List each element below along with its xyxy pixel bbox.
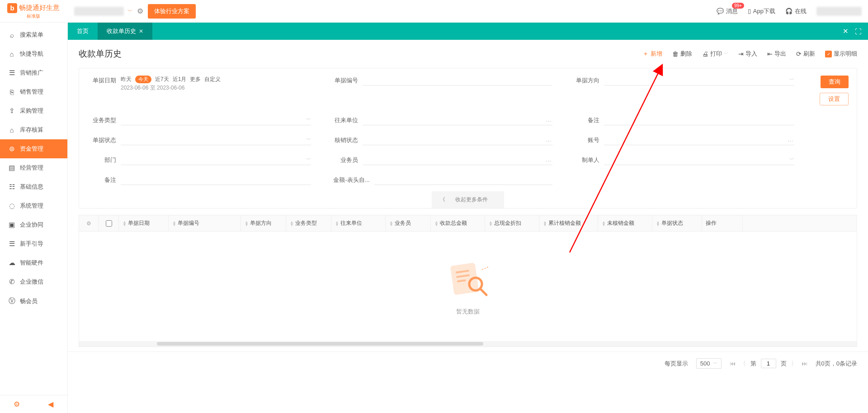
filter-creator-select[interactable]: ﹀ xyxy=(604,155,794,165)
sidebar-item-8[interactable]: ☷基础信息 xyxy=(0,177,67,196)
filter-biztype-label: 业务类型 xyxy=(87,115,116,124)
column-header[interactable]: ▲▼单据方向 xyxy=(241,215,286,231)
brand-name: 畅捷通好生意 xyxy=(19,4,60,12)
delete-button[interactable]: 🗑删除 xyxy=(672,50,692,58)
sidebar-item-icon: ⌕ xyxy=(8,31,15,39)
tab-receipt-history[interactable]: 收款单历史 ✕ xyxy=(98,23,152,40)
filter-remark2-label: 备注 xyxy=(87,175,116,184)
tab-close-all-icon[interactable]: ✕ xyxy=(843,27,849,35)
sidebar-settings-button[interactable]: ⚙ xyxy=(0,395,34,413)
sidebar-item-label: 系统管理 xyxy=(20,202,43,210)
page-title: 收款单历史 xyxy=(79,48,122,60)
horizontal-scrollbar[interactable] xyxy=(79,341,857,347)
trash-icon: 🗑 xyxy=(672,50,679,57)
filter-amount-input[interactable] xyxy=(374,175,553,185)
import-button[interactable]: ⇥导入 xyxy=(738,50,757,58)
sidebar-item-2[interactable]: ☰营销推广 xyxy=(0,63,67,82)
date-opt-custom[interactable]: 自定义 xyxy=(204,76,221,83)
per-page-select[interactable]: 500﹀ xyxy=(696,358,722,369)
page-prev-button[interactable]: 〈 xyxy=(740,360,746,368)
chevron-down-icon: ﹀ xyxy=(306,116,311,123)
sidebar-item-1[interactable]: ⌂快捷导航 xyxy=(0,44,67,63)
filter-partner-picker[interactable]: … xyxy=(363,115,553,125)
fullscreen-icon[interactable]: ⛶ xyxy=(855,28,862,35)
filter-writeoff-picker[interactable]: … xyxy=(363,135,553,145)
try-industry-button[interactable]: 体验行业方案 xyxy=(148,4,196,19)
refresh-button[interactable]: ⟳刷新 xyxy=(796,50,815,58)
page-next-button[interactable]: 〉 xyxy=(791,360,797,368)
date-opt-1m[interactable]: 近1月 xyxy=(173,76,187,83)
sidebar-item-10[interactable]: ▣企业协同 xyxy=(0,215,67,234)
sidebar-item-7[interactable]: ▤经营管理 xyxy=(0,158,67,177)
column-header[interactable]: ▲▼累计核销金额 xyxy=(539,215,598,231)
filter-account-picker[interactable]: … xyxy=(604,135,794,145)
show-detail-toggle[interactable]: ✓显示明细 xyxy=(825,50,857,58)
filter-direction-select[interactable]: ﹀ xyxy=(604,76,794,85)
column-header[interactable]: ▲▼单据状态 xyxy=(652,215,702,231)
column-header[interactable]: ▲▼未核销金额 xyxy=(598,215,652,231)
filter-docno-label: 单据编号 xyxy=(329,76,358,85)
sidebar-item-11[interactable]: ☰新手引导 xyxy=(0,234,67,253)
column-header[interactable]: ▲▼往来单位 xyxy=(331,215,386,231)
sidebar-item-9[interactable]: ◌系统管理 xyxy=(0,196,67,215)
svg-line-5 xyxy=(480,289,486,295)
filter-remark2-input[interactable] xyxy=(121,175,311,185)
select-all-checkbox[interactable] xyxy=(99,215,119,231)
filter-direction-label: 单据方向 xyxy=(571,76,599,85)
filter-partner-label: 往来单位 xyxy=(329,115,358,124)
messages-link[interactable]: 💬 消息 99+ xyxy=(717,7,738,15)
sidebar-item-5[interactable]: ⌂库存核算 xyxy=(0,120,67,139)
close-icon[interactable]: ✕ xyxy=(139,28,143,34)
date-opt-yesterday[interactable]: 昨天 xyxy=(121,76,132,83)
sidebar-item-3[interactable]: ⎘销售管理 xyxy=(0,82,67,101)
app-download-label: App下载 xyxy=(753,7,775,15)
settings-button[interactable]: 设置 xyxy=(820,93,849,105)
filter-remark-input[interactable] xyxy=(604,115,794,125)
sidebar-item-12[interactable]: ☁智能硬件 xyxy=(0,253,67,272)
column-header[interactable]: ▲▼单据日期 xyxy=(119,215,169,231)
app-download-link[interactable]: ▯ App下载 xyxy=(748,7,775,15)
query-button[interactable]: 查询 xyxy=(821,76,849,88)
column-header[interactable]: ▲▼业务类型 xyxy=(286,215,331,231)
print-button[interactable]: 🖨打印﹀ xyxy=(702,50,728,58)
export-button[interactable]: ⇤导出 xyxy=(767,50,786,58)
sidebar-item-label: 库存核算 xyxy=(20,126,43,134)
tab-home[interactable]: 首页 xyxy=(68,23,98,40)
sidebar-item-14[interactable]: Ⓥ畅会员 xyxy=(0,291,67,311)
date-opt-more[interactable]: 更多 xyxy=(190,76,201,83)
page-first-button[interactable]: ⏮ xyxy=(730,360,736,367)
add-button[interactable]: ＋新增 xyxy=(642,50,662,58)
filter-docstate-select[interactable]: ﹀ xyxy=(121,135,311,145)
date-opt-7d[interactable]: 近7天 xyxy=(155,76,169,83)
sort-icon: ▲▼ xyxy=(335,221,339,226)
filter-biztype-select[interactable]: ﹀ xyxy=(121,115,311,125)
gear-icon[interactable]: ⚙ xyxy=(137,7,143,15)
sidebar-item-icon: ▤ xyxy=(8,164,15,172)
column-header[interactable]: 操作 xyxy=(702,215,743,231)
sidebar-item-13[interactable]: ✆企业微信 xyxy=(0,272,67,291)
org-selector[interactable]: ﹀ xyxy=(74,7,132,16)
collapse-filters-button[interactable]: 《 收起更多条件 xyxy=(432,191,504,208)
support-link[interactable]: 🎧 在线 xyxy=(785,7,807,15)
sidebar-item-6[interactable]: ⊚资金管理 xyxy=(0,139,67,158)
page-number-input[interactable] xyxy=(761,359,776,368)
column-header[interactable]: ▲▼单据编号 xyxy=(169,215,241,231)
chevron-down-icon: ﹀ xyxy=(724,51,728,57)
column-header[interactable]: ▲▼总现金折扣 xyxy=(485,215,539,231)
phone-icon: ▯ xyxy=(748,8,751,14)
filter-clerk-picker[interactable]: … xyxy=(363,155,553,165)
page-last-button[interactable]: ⏭ xyxy=(802,360,807,367)
filter-docno-input[interactable] xyxy=(363,76,553,85)
column-settings-button[interactable]: ⚙ xyxy=(79,215,99,231)
filter-dept-select[interactable]: ﹀ xyxy=(121,155,311,165)
sort-icon: ▲▼ xyxy=(245,221,249,226)
sidebar-item-4[interactable]: ⇪采购管理 xyxy=(0,101,67,120)
page-label-post: 页 xyxy=(781,360,787,368)
sidebar-item-0[interactable]: ⌕搜索菜单 xyxy=(0,25,67,44)
sidebar-collapse-button[interactable]: ◀ xyxy=(34,395,68,413)
date-opt-today[interactable]: 今天 xyxy=(135,76,151,83)
per-page-label: 每页显示 xyxy=(665,360,688,368)
column-header[interactable]: ▲▼收款总金额 xyxy=(431,215,485,231)
column-header[interactable]: ▲▼业务员 xyxy=(386,215,431,231)
sidebar-item-label: 企业协同 xyxy=(20,221,43,229)
